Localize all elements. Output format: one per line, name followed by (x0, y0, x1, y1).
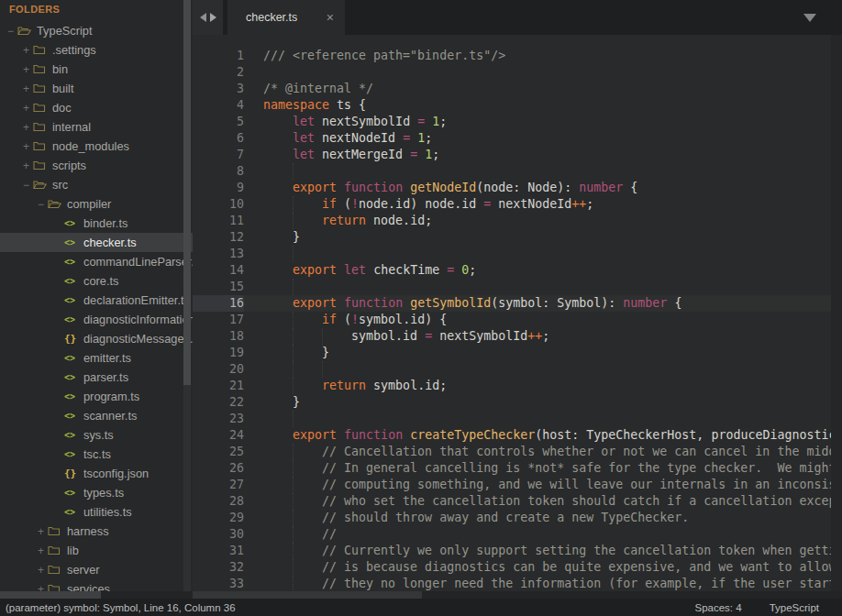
sidebar-item-services[interactable]: +services (0, 579, 193, 591)
sidebar-hscroll-thumb[interactable] (0, 591, 101, 599)
code-editor[interactable]: 1/// <reference path="binder.ts"/>23/* @… (193, 35, 842, 591)
sidebar-item-diagnosticmessages-json[interactable]: {}diagnosticMessages.json (0, 329, 193, 348)
code-line-20[interactable]: 20 (193, 361, 842, 378)
sidebar-item-tsconfig-json[interactable]: {}tsconfig.json (0, 464, 193, 483)
code-line-9[interactable]: 9 export function getNodeId(node: Node):… (193, 180, 842, 196)
sidebar-item-built[interactable]: +built (0, 79, 193, 98)
code-line-25[interactable]: 25 // Cancellation that controls whether… (193, 444, 842, 460)
sidebar-item-lib[interactable]: +lib (0, 541, 193, 560)
expand-icon[interactable]: + (34, 525, 48, 538)
code-line-23[interactable]: 23 (193, 411, 842, 427)
collapse-icon[interactable]: − (19, 179, 33, 192)
sidebar-item-internal[interactable]: +internal (0, 117, 193, 137)
code-line-31[interactable]: 31 // Currently we only support setting … (193, 543, 842, 559)
code-line-16[interactable]: 16 export function getSymbolId(symbol: S… (193, 295, 842, 312)
sidebar-item-label: core.ts (83, 274, 118, 288)
sidebar-item-checker-ts[interactable]: <>checker.ts (0, 233, 193, 252)
indent-guide (293, 196, 294, 213)
sidebar-item-commandlineparser-ts[interactable]: <>commandLineParser.ts (0, 252, 193, 271)
code-line-10[interactable]: 10 if (!node.id) node.id = nextNodeId++; (193, 196, 842, 213)
expand-icon[interactable]: + (34, 564, 48, 577)
code-line-8[interactable]: 8 (193, 163, 842, 180)
expand-icon[interactable]: + (19, 121, 33, 134)
sidebar-item-compiler[interactable]: −compiler (0, 194, 193, 214)
code-line-17[interactable]: 17 if (!symbol.id) { (193, 312, 842, 328)
indent-guide (293, 312, 294, 328)
code-text: return symbol.id; (244, 378, 842, 394)
editor-scrollbar-track[interactable] (831, 35, 842, 591)
sidebar-item-bin[interactable]: +bin (0, 60, 193, 79)
close-tab-icon[interactable]: × (327, 11, 334, 24)
expand-icon[interactable]: + (34, 583, 48, 592)
sidebar-item-parser-ts[interactable]: <>parser.ts (0, 368, 193, 387)
tab-checker-ts[interactable]: checker.ts × (227, 0, 345, 35)
code-line-3[interactable]: 3/* @internal */ (193, 81, 842, 97)
next-tab-icon[interactable] (210, 13, 216, 22)
code-line-27[interactable]: 27 // computing something, and we will l… (193, 477, 842, 493)
code-line-5[interactable]: 5 let nextSymbolId = 1; (193, 114, 842, 130)
expand-icon[interactable]: + (19, 140, 33, 153)
sidebar-item-doc[interactable]: +doc (0, 98, 193, 117)
code-line-30[interactable]: 30 // (193, 526, 842, 543)
status-syntax[interactable]: TypeScript (770, 602, 819, 613)
sidebar-item-utilities-ts[interactable]: <>utilities.ts (0, 502, 193, 522)
sidebar-item-diagnosticinformationmap-generated-ts[interactable]: <>diagnosticInformationMap.generated.ts (0, 310, 193, 329)
code-line-13[interactable]: 13 (193, 246, 842, 262)
sidebar-item-src[interactable]: −src (0, 175, 193, 194)
code-line-7[interactable]: 7 let nextMergeId = 1; (193, 147, 842, 163)
sidebar-item-sys-ts[interactable]: <>sys.ts (0, 425, 193, 445)
code-line-21[interactable]: 21 return symbol.id; (193, 378, 842, 394)
sidebar-item-scripts[interactable]: +scripts (0, 156, 193, 175)
code-line-4[interactable]: 4namespace ts { (193, 97, 842, 114)
sidebar-item-declarationemitter-ts[interactable]: <>declarationEmitter.ts (0, 291, 193, 310)
sidebar-item-server[interactable]: +server (0, 560, 193, 579)
code-line-12[interactable]: 12 } (193, 229, 842, 246)
code-line-2[interactable]: 2 (193, 64, 842, 81)
editor-hscroll-thumb[interactable] (193, 591, 422, 599)
code-line-19[interactable]: 19 } (193, 345, 842, 361)
sidebar-item-scanner-ts[interactable]: <>scanner.ts (0, 406, 193, 425)
status-indentation[interactable]: Spaces: 4 (695, 602, 742, 613)
typescript-file-icon: <> (64, 449, 82, 459)
sidebar-item-node-modules[interactable]: +node_modules (0, 137, 193, 156)
line-number: 9 (193, 180, 244, 196)
sidebar-item-binder-ts[interactable]: <>binder.ts (0, 214, 193, 233)
collapse-icon[interactable]: − (4, 25, 17, 38)
sidebar-item-emitter-ts[interactable]: <>emitter.ts (0, 348, 193, 368)
sidebar-item-typescript[interactable]: −TypeScript (0, 21, 193, 40)
code-line-18[interactable]: 18 symbol.id = nextSymbolId++; (193, 328, 842, 345)
expand-icon[interactable]: + (34, 544, 48, 557)
code-line-33[interactable]: 33 // they no longer need the informatio… (193, 576, 842, 591)
tab-nav-buttons[interactable] (193, 0, 223, 35)
sidebar-item-program-ts[interactable]: <>program.ts (0, 387, 193, 406)
expand-icon[interactable]: + (19, 44, 33, 57)
line-number: 8 (193, 163, 244, 180)
code-line-26[interactable]: 26 // In general cancelling is *not* saf… (193, 460, 842, 477)
code-line-1[interactable]: 1/// <reference path="binder.ts"/> (193, 48, 842, 64)
sidebar-item-tsc-ts[interactable]: <>tsc.ts (0, 445, 193, 464)
code-line-24[interactable]: 24 export function createTypeChecker(hos… (193, 427, 842, 444)
tab-overflow-icon[interactable] (803, 14, 816, 22)
code-line-28[interactable]: 28 // who set the cancellation token sho… (193, 493, 842, 510)
code-line-15[interactable]: 15 (193, 279, 842, 295)
code-line-6[interactable]: 6 let nextNodeId = 1; (193, 130, 842, 147)
sidebar-item-core-ts[interactable]: <>core.ts (0, 271, 193, 291)
sidebar-scrollbar-thumb[interactable] (183, 0, 191, 385)
code-line-11[interactable]: 11 return node.id; (193, 213, 842, 229)
code-line-32[interactable]: 32 // is because diagnostics can be quit… (193, 559, 842, 576)
expand-icon[interactable]: + (19, 82, 33, 95)
code-line-29[interactable]: 29 // should throw away and create a new… (193, 510, 842, 526)
line-number: 11 (193, 213, 244, 229)
sidebar-item-types-ts[interactable]: <>types.ts (0, 483, 193, 502)
sidebar-scrollbar[interactable] (183, 0, 191, 591)
code-line-14[interactable]: 14 export let checkTime = 0; (193, 262, 842, 279)
code-line-22[interactable]: 22 } (193, 394, 842, 411)
collapse-icon[interactable]: − (34, 198, 48, 211)
sidebar-item--settings[interactable]: +.settings (0, 40, 193, 60)
expand-icon[interactable]: + (19, 63, 33, 76)
prev-tab-icon[interactable] (200, 13, 206, 22)
sidebar-item-harness[interactable]: +harness (0, 522, 193, 541)
indent-guide (293, 493, 294, 510)
expand-icon[interactable]: + (19, 160, 33, 172)
expand-icon[interactable]: + (19, 102, 33, 115)
